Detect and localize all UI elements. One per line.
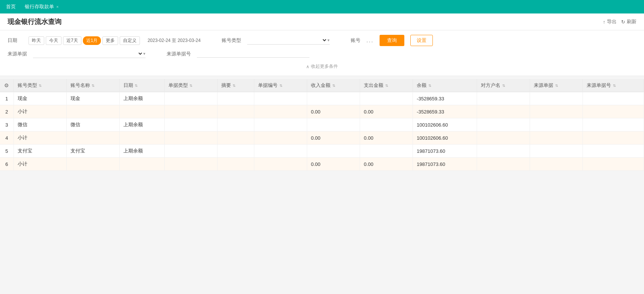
cell-8: [360, 92, 413, 105]
cell-10: [477, 105, 530, 118]
cell-11: [530, 145, 583, 158]
cell-8: 0.00: [360, 131, 413, 145]
date-buttons: 昨天今天近7天近1月更多自定义: [29, 36, 140, 45]
col-header-10: 对方户名 ⇅: [477, 79, 530, 92]
cell-5: [217, 118, 254, 131]
cell-4: [164, 105, 217, 118]
col-header-3: 日期 ⇅: [119, 79, 164, 92]
cell-9: 100102606.60: [413, 131, 477, 145]
cell-1: 小计: [14, 158, 66, 171]
cell-5: [217, 92, 254, 105]
cell-12: [583, 92, 644, 105]
col-header-5: 摘要 ⇅: [217, 79, 254, 92]
page-header: 现金银行流水查询 ↑ 导出 ↻ 刷新: [0, 13, 644, 30]
col-header-11: 来源单据 ⇅: [530, 79, 583, 92]
cell-12: [583, 131, 644, 145]
sort-icon-3: ⇅: [134, 84, 138, 88]
source-doc-dropdown-icon: ▾: [143, 51, 146, 56]
sort-icon-10: ⇅: [501, 84, 505, 88]
sort-icon-9: ⇅: [427, 84, 431, 88]
cell-9: -3528659.33: [413, 92, 477, 105]
top-navigation: 首页 收款单×付款单×其他收入单×应收应付调整单×银行存取款单×预收冲应收单×收…: [0, 0, 644, 13]
cell-4: [164, 158, 217, 171]
cell-2: 支付宝: [66, 145, 119, 158]
collapse-row[interactable]: ∧ 收起更多条件: [8, 62, 636, 71]
settings-button[interactable]: 设置: [410, 35, 433, 46]
account-type-label: 账号类型: [222, 37, 241, 44]
refresh-button[interactable]: ↻ 刷新: [621, 18, 636, 25]
export-button[interactable]: ↑ 导出: [603, 18, 617, 25]
cell-7: [307, 118, 360, 131]
row-num: 1: [0, 92, 14, 105]
date-btn-昨天[interactable]: 昨天: [29, 36, 44, 45]
sort-icon-8: ⇅: [384, 84, 388, 88]
collapse-icon: ∧: [306, 64, 309, 69]
close-icon[interactable]: ×: [56, 4, 59, 9]
cell-12: [583, 118, 644, 131]
date-btn-今天[interactable]: 今天: [46, 36, 62, 45]
source-doc-no-label: 来源单据号: [167, 51, 191, 57]
account-dots-button[interactable]: ...: [366, 37, 374, 44]
nav-tab-银行存取款单[interactable]: 银行存取款单×: [20, 0, 73, 13]
date-range: 2023-02-24 至 2023-03-24: [147, 37, 200, 44]
date-btn-自定义[interactable]: 自定义: [120, 36, 140, 45]
col-header-0[interactable]: ⚙: [0, 79, 14, 92]
cell-2: [66, 158, 119, 171]
cell-2: 现金: [66, 92, 119, 105]
cell-11: [530, 118, 583, 131]
sort-icon-6: ⇅: [278, 84, 282, 88]
export-icon: ↑: [603, 19, 606, 25]
sort-icon-1: ⇅: [38, 84, 42, 88]
cell-8: 0.00: [360, 105, 413, 118]
cell-11: [530, 158, 583, 171]
cell-3: 上期余额: [119, 145, 164, 158]
cell-2: [66, 131, 119, 145]
date-btn-近7天[interactable]: 近7天: [63, 36, 81, 45]
cell-9: 100102606.60: [413, 118, 477, 131]
cell-4: [164, 145, 217, 158]
cell-3: 上期余额: [119, 118, 164, 131]
cell-4: [164, 131, 217, 145]
col-header-9: 余额 ⇅: [413, 79, 477, 92]
table-row: 2小计0.000.00-3528659.33: [0, 105, 644, 118]
cell-7: 0.00: [307, 158, 360, 171]
cell-8: 0.00: [360, 158, 413, 171]
cell-3: [119, 158, 164, 171]
account-type-select-wrap: ▾: [247, 36, 330, 45]
cell-6: [254, 118, 307, 131]
table-row: 1现金现金上期余额-3528659.33: [0, 92, 644, 105]
page-title: 现金银行流水查询: [8, 17, 62, 26]
source-doc-no-input[interactable]: [197, 50, 309, 58]
cell-6: [254, 145, 307, 158]
cell-6: [254, 158, 307, 171]
row-num: 2: [0, 105, 14, 118]
cell-1: 微信: [14, 118, 66, 131]
cell-12: [583, 145, 644, 158]
query-button[interactable]: 查询: [380, 35, 404, 46]
cell-2: [66, 105, 119, 118]
cell-4: [164, 118, 217, 131]
date-btn-近1月[interactable]: 近1月: [83, 36, 101, 45]
date-btn-更多[interactable]: 更多: [102, 36, 118, 45]
cell-3: [119, 131, 164, 145]
sort-icon-12: ⇅: [612, 84, 616, 88]
cell-1: 支付宝: [14, 145, 66, 158]
col-header-4: 单据类型 ⇅: [164, 79, 217, 92]
account-type-select[interactable]: [247, 36, 327, 44]
cell-10: [477, 145, 530, 158]
data-table: ⚙账号类型 ⇅账号名称 ⇅日期 ⇅单据类型 ⇅摘要 ⇅单据编号 ⇅收入金额 ⇅支…: [0, 79, 644, 171]
sort-icon-5: ⇅: [232, 84, 236, 88]
date-label: 日期: [8, 37, 23, 44]
gear-icon[interactable]: ⚙: [4, 82, 9, 88]
cell-10: [477, 118, 530, 131]
cell-5: [217, 131, 254, 145]
cell-3: 上期余额: [119, 92, 164, 105]
nav-home[interactable]: 首页: [2, 0, 20, 13]
source-doc-select[interactable]: [33, 50, 143, 58]
cell-11: [530, 131, 583, 145]
sort-icon-7: ⇅: [331, 84, 335, 88]
cell-2: 微信: [66, 118, 119, 131]
cell-5: [217, 145, 254, 158]
row-num: 3: [0, 118, 14, 131]
cell-7: 0.00: [307, 131, 360, 145]
